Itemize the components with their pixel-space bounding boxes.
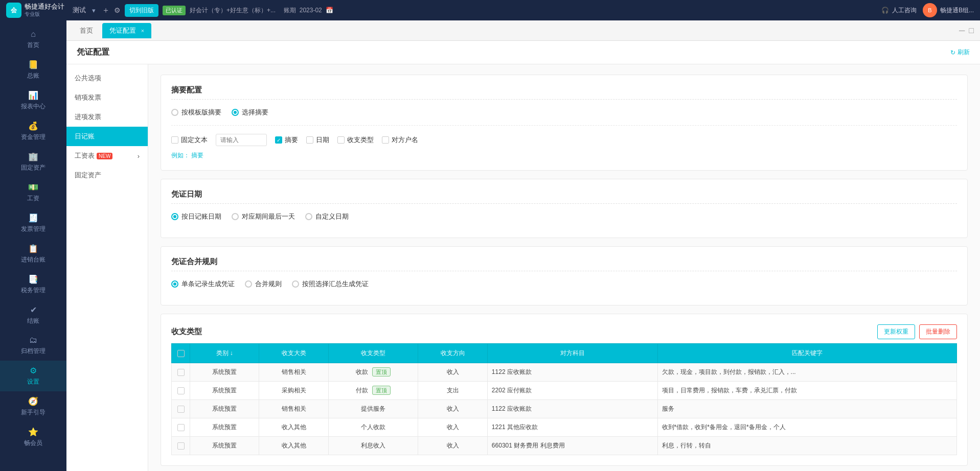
table-row: 系统预置 采购相关 付款 置顶 支出 2202 应付账款 项目，日常费用，报销款… (172, 382, 957, 400)
payroll-expand-icon[interactable]: › (138, 152, 140, 160)
left-nav-item-public[interactable]: 公共选项 (66, 68, 148, 88)
td-account-4: 1221 其他应收款 (487, 418, 657, 437)
logo-text-block: 畅捷通好会计 专业版 (25, 3, 64, 18)
logo: 会 畅捷通好会计 专业版 (6, 3, 64, 18)
radio-custom-date[interactable]: 自定义日期 (305, 212, 349, 221)
settings-sidebar-icon: ⚙ (30, 366, 37, 375)
sidebar-label-archive: 归档管理 (21, 347, 45, 356)
maximize-button[interactable]: □ (969, 26, 974, 35)
sidebar-item-invoice[interactable]: 🧾 发票管理 (0, 208, 66, 239)
minimize-button[interactable]: ─ (959, 26, 965, 35)
capital-icon: 💰 (28, 121, 38, 131)
checkbox-summary[interactable]: ✓ 摘要 (275, 135, 298, 145)
sidebar: ⌂ 首页 📒 总账 📊 报表中心 💰 资金管理 🏢 固定资产 💵 工资 (0, 20, 66, 471)
sidebar-item-home[interactable]: ⌂ 首页 (0, 25, 66, 55)
radio-single-record[interactable]: 单条记录生成凭证 (171, 279, 235, 289)
logo-text: 畅捷通好会计 (25, 3, 64, 11)
checkbox-label-date: 日期 (316, 135, 329, 145)
radio-template[interactable]: 按模板版摘要 (171, 108, 221, 117)
left-nav-label-journal: 日记账 (75, 132, 95, 141)
example-value: 摘要 (191, 152, 203, 159)
row-checkbox-5[interactable] (177, 442, 185, 450)
summary-section: 摘要配置 按模板版摘要 选择摘要 (161, 75, 968, 171)
radio-dot-journal-date (171, 213, 178, 220)
top-badge-1[interactable]: 置顶 (372, 367, 391, 376)
sidebar-item-member[interactable]: ⭐ 畅会员 (0, 422, 66, 453)
radio-select[interactable]: 选择摘要 (232, 108, 268, 117)
left-nav-label-sales-invoice: 销项发票 (75, 93, 101, 102)
row-checkbox-1[interactable] (177, 369, 185, 376)
td-checkbox-5 (172, 437, 190, 455)
income-expense-title: 收支类型 (171, 327, 202, 337)
user-info: B 畅捷通B组... (923, 3, 974, 17)
sidebar-item-tax[interactable]: 📑 税务管理 (0, 269, 66, 300)
consult-link[interactable]: 🎧 人工咨询 (881, 6, 917, 15)
sidebar-item-settle[interactable]: ✔ 结账 (0, 300, 66, 331)
td-account-3: 1122 应收账款 (487, 400, 657, 418)
radio-period-last[interactable]: 对应期间最后一天 (232, 212, 295, 221)
left-nav-item-sales-invoice[interactable]: 销项发票 (66, 88, 148, 107)
batch-delete-button[interactable]: 批量删除 (919, 324, 957, 339)
switch-version-button[interactable]: 切到旧版 (125, 4, 158, 17)
calendar-icon[interactable]: 📅 (326, 7, 333, 14)
table-action-buttons: 更新权重 批量删除 (877, 324, 957, 339)
td-direction-4: 收入 (418, 418, 487, 437)
top-badge-2[interactable]: 置顶 (372, 386, 391, 395)
left-nav-label-purchase-invoice: 进项发票 (75, 112, 101, 122)
checkbox-date[interactable]: 日期 (306, 135, 329, 145)
radio-aggregate[interactable]: 按照选择汇总生成凭证 (292, 279, 369, 289)
td-category-5: 系统预置 (190, 437, 259, 455)
sidebar-item-capital[interactable]: 💰 资金管理 (0, 116, 66, 147)
sidebar-item-purchase[interactable]: 📋 进销台账 (0, 239, 66, 269)
left-nav-label-public: 公共选项 (75, 74, 101, 83)
left-nav-item-journal[interactable]: 日记账 (66, 127, 148, 146)
tab-bar: 首页 凭证配置 × ─ □ (66, 20, 980, 41)
left-nav-item-payroll[interactable]: 工资表 NEW › (66, 146, 148, 166)
tab-home-label: 首页 (80, 27, 93, 34)
sidebar-item-settings[interactable]: ⚙ 设置 (0, 361, 66, 391)
row-checkbox-4[interactable] (177, 424, 185, 431)
tab-voucher-config[interactable]: 凭证配置 × (102, 23, 151, 38)
checkbox-income-type[interactable]: 收支类型 (337, 135, 374, 145)
sidebar-item-salary[interactable]: 💵 工资 (0, 177, 66, 208)
table-row: 系统预置 销售相关 提供服务 收入 1122 应收账款 服务 (172, 400, 957, 418)
checkbox-counterparty[interactable]: 对方户名 (382, 135, 418, 145)
refresh-button[interactable]: ↻ 刷新 (950, 48, 970, 57)
checkbox-box-date (306, 136, 313, 144)
main-content: 摘要配置 按模板版摘要 选择摘要 (148, 64, 980, 471)
td-account-1: 1122 应收账款 (487, 363, 657, 382)
radio-dot-select (232, 109, 239, 116)
checkbox-fixed-text[interactable]: 固定文本 (171, 135, 208, 145)
tab-close-icon[interactable]: × (141, 28, 144, 34)
sidebar-item-assets[interactable]: 🏢 固定资产 (0, 147, 66, 177)
page-title: 凭证配置 (77, 47, 109, 58)
td-checkbox-4 (172, 418, 190, 437)
example-prefix: 例如： (171, 152, 190, 159)
tax-icon: 📑 (28, 274, 38, 284)
add-icon[interactable]: ＋ (102, 5, 110, 16)
row-checkbox-2[interactable] (177, 387, 185, 394)
sidebar-item-guide[interactable]: 🧭 新手引导 (0, 391, 66, 422)
row-checkbox-3[interactable] (177, 406, 185, 413)
left-nav-item-fixed-assets[interactable]: 固定资产 (66, 166, 148, 185)
table-row: 系统预置 销售相关 收款 置顶 收入 1122 应收账款 欠款，现金，项目款，到… (172, 363, 957, 382)
merge-title: 凭证合并规则 (171, 257, 957, 271)
sidebar-item-archive[interactable]: 🗂 归档管理 (0, 331, 66, 361)
sidebar-item-ledger[interactable]: 📒 总账 (0, 55, 66, 85)
settings-icon[interactable]: ⚙ (114, 6, 121, 14)
fixed-text-input[interactable] (216, 134, 267, 146)
dropdown-arrow-icon[interactable]: ▾ (92, 7, 96, 14)
tags-text: 好会计（专）+好生意（标）+... (190, 6, 276, 15)
select-all-checkbox[interactable] (177, 350, 185, 357)
left-nav-item-purchase-invoice[interactable]: 进项发票 (66, 107, 148, 127)
tab-home[interactable]: 首页 (73, 23, 100, 38)
radio-label-merge-rule: 合并规则 (255, 279, 282, 289)
radio-merge-rule[interactable]: 合并规则 (245, 279, 282, 289)
refresh-icon: ↻ (950, 49, 955, 56)
sidebar-item-reports[interactable]: 📊 报表中心 (0, 85, 66, 116)
reports-icon: 📊 (28, 90, 38, 100)
radio-by-journal-date[interactable]: 按日记账日期 (171, 212, 221, 221)
logo-icon: 会 (6, 3, 21, 18)
checkbox-box-summary: ✓ (275, 136, 282, 144)
update-weight-button[interactable]: 更新权重 (877, 324, 915, 339)
